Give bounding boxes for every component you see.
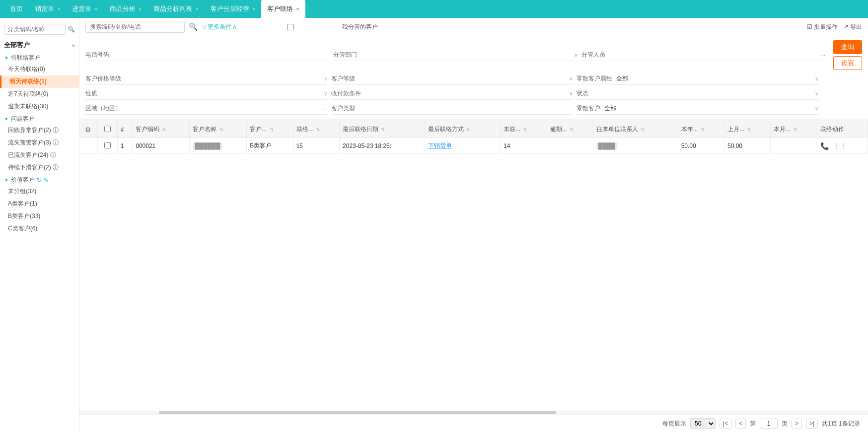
th-unit-contact[interactable]: 往来单位联系人 ⇅ <box>593 121 678 138</box>
sidebar-search-icon[interactable]: 🔍 <box>68 26 75 33</box>
close-purchase-icon[interactable]: × <box>94 6 97 12</box>
status-arrow[interactable]: ∨ <box>815 91 818 96</box>
sidebar-search-input[interactable] <box>4 24 66 35</box>
th-name[interactable]: 客户名称 ⇅ <box>190 121 247 138</box>
prev-page-btn[interactable]: < <box>735 419 746 429</box>
close-goods-list-icon[interactable]: × <box>195 6 198 12</box>
dept-arrow-icon[interactable]: ∨ <box>574 52 578 58</box>
th-last-way[interactable]: 最后联络方式 ⇅ <box>425 121 500 138</box>
sidebar-item-7days[interactable]: 近7天待联络(0) <box>0 88 79 100</box>
search-input[interactable] <box>85 21 185 33</box>
sidebar-group-pending[interactable]: ▼ 待联络客户 <box>0 52 79 63</box>
batch-op-label: 批量操作 <box>814 23 838 31</box>
close-sales-icon[interactable]: × <box>57 6 60 12</box>
nav-customer-tier[interactable]: 客户分层经营 × <box>205 0 261 18</box>
sidebar-item-declining[interactable]: 持续下滑客户(2) ⓘ <box>0 161 79 174</box>
retail-attr-arrow[interactable]: ∨ <box>815 76 818 81</box>
sidebar-item-ungroups[interactable]: 未分组(32) <box>0 185 79 198</box>
close-goods-analysis-icon[interactable]: × <box>139 6 142 12</box>
sidebar-group-problem[interactable]: ▼ 问题客户 <box>0 113 79 124</box>
th-uncontacted[interactable]: 未联... ⇅ <box>501 121 547 138</box>
td-checkbox[interactable] <box>97 138 117 154</box>
refresh-icon[interactable]: ↻ <box>37 177 42 184</box>
nav-purchase[interactable]: 进货单 × <box>66 0 103 18</box>
sidebar-item-c-class[interactable]: C类客户(6) <box>0 222 79 235</box>
customer-table: ⚙ # 客户编码 ⇅ 客户名称 ⇅ 客户... ⇅ 联络... ⇅ 最后联络日期… <box>79 121 868 154</box>
td-unit-contact: ████ <box>593 138 678 154</box>
area-dots-icon[interactable]: ··· <box>322 105 327 112</box>
th-last-month[interactable]: 上月... ⇅ <box>724 121 771 138</box>
top-nav: 首页 销货单 × 进货单 × 商品分析 × 商品分析列表 × 客户分层经营 × … <box>0 0 868 18</box>
export-btn[interactable]: ↗ 导出 <box>844 23 862 31</box>
sidebar-item-churn-warning[interactable]: 流失预警客户(3) ⓘ <box>0 137 79 149</box>
edit-icon[interactable]: ✎ <box>44 177 49 184</box>
td-contact: 15 <box>293 138 339 154</box>
first-page-btn[interactable]: |< <box>720 419 731 429</box>
sidebar-group-value[interactable]: ▼ 价值客户 ↻ ✎ <box>0 174 79 185</box>
my-customers-checkbox-label[interactable]: 我分管的客户 <box>241 23 378 31</box>
price-level-arrow[interactable]: ∨ <box>324 76 327 81</box>
sort-last-month-icon: ⇅ <box>747 127 751 132</box>
sidebar-item-b-class[interactable]: B类客户(33) <box>0 210 79 222</box>
nav-goods-analysis-list[interactable]: 商品分析列表 × <box>147 0 204 18</box>
retail-customer-arrow[interactable]: ∨ <box>815 106 818 111</box>
scrollbar-thumb[interactable] <box>159 411 556 414</box>
select-all-checkbox[interactable] <box>104 126 111 132</box>
action-phone-icon[interactable]: 📞 <box>820 142 829 150</box>
nature-label: 性质 <box>85 89 97 98</box>
collapse-icon[interactable]: « <box>72 42 75 48</box>
close-customer-contact-icon[interactable]: × <box>296 6 299 12</box>
query-btn[interactable]: 查询 <box>833 40 862 54</box>
all-customers-header[interactable]: 全部客户 « <box>0 39 79 52</box>
next-page-btn[interactable]: > <box>792 419 802 429</box>
search-icon[interactable]: 🔍 <box>189 22 198 31</box>
th-this-year[interactable]: 本年... ⇅ <box>678 121 724 138</box>
th-overdue[interactable]: 逾期... ⇅ <box>547 121 593 138</box>
th-type[interactable]: 客户... ⇅ <box>247 121 293 138</box>
nav-customer-contact[interactable]: 客户联络 × <box>261 0 305 18</box>
th-code[interactable]: 客户编码 ⇅ <box>133 121 190 138</box>
nav-home[interactable]: 首页 <box>4 0 29 18</box>
my-customers-checkbox[interactable] <box>241 24 340 30</box>
page-unit: 页 <box>782 420 788 428</box>
td-last-way[interactable]: 下销货单 <box>425 138 500 154</box>
tri-icon: ▼ <box>4 55 9 61</box>
row-checkbox[interactable] <box>104 142 111 148</box>
sidebar-item-tomorrow[interactable]: 明天待联络(1) <box>0 75 79 88</box>
th-last-date[interactable]: 最后联络日期 ⇅ <box>340 121 425 138</box>
page-size-select[interactable]: 10 20 50 100 <box>690 418 716 429</box>
nav-sales[interactable]: 销货单 × <box>29 0 66 18</box>
last-way-link[interactable]: 下销货单 <box>428 142 452 149</box>
settings-btn[interactable]: 设置 <box>833 56 862 70</box>
filter-customer-level: 客户等级 ∨ <box>331 73 573 85</box>
nav-goods-analysis[interactable]: 商品分析 × <box>104 0 147 18</box>
payment-arrow[interactable]: ∨ <box>569 91 573 96</box>
th-this-month[interactable]: 本月... ⇅ <box>771 121 817 138</box>
action-menu-icon[interactable]: ⋮⋮ <box>833 142 847 150</box>
last-page-btn[interactable]: >| <box>806 419 818 429</box>
main-layout: 🔍 全部客户 « ▼ 待联络客户 今天待联络(0) 明天待联络(1) 近7天待联… <box>0 18 868 432</box>
batch-op-btn[interactable]: ☑ 批量操作 <box>807 23 838 31</box>
table-scrollbar[interactable] <box>79 411 868 415</box>
sort-name-icon: ⇅ <box>219 127 223 132</box>
retail-attr-value[interactable]: 全部 <box>616 74 813 83</box>
sidebar-item-churned[interactable]: 已流失客户(24) ⓘ <box>0 149 79 161</box>
sidebar-item-repurchase-abnormal[interactable]: 回购异常客户(2) ⓘ <box>0 124 79 137</box>
th-checkbox[interactable] <box>97 121 117 138</box>
td-no: 1 <box>117 138 132 154</box>
customer-level-arrow[interactable]: ∨ <box>569 76 573 81</box>
td-type: B类客户 <box>247 138 293 154</box>
sidebar-item-overdue[interactable]: 逾期未联络(30) <box>0 100 79 113</box>
sort-this-month-icon: ⇅ <box>794 127 797 132</box>
sidebar-item-a-class[interactable]: A类客户(1) <box>0 198 79 210</box>
close-customer-tier-icon[interactable]: × <box>252 6 255 12</box>
th-gear[interactable]: ⚙ <box>79 121 97 138</box>
person-dots-icon[interactable]: ··· <box>820 52 825 59</box>
more-filter-btn[interactable]: ▽ 更多条件 ∧ <box>202 23 237 31</box>
sidebar-item-today[interactable]: 今天待联络(0) <box>0 63 79 75</box>
nature-arrow[interactable]: ∨ <box>324 91 327 96</box>
page-input[interactable] <box>760 419 778 429</box>
th-contact[interactable]: 联络... ⇅ <box>293 121 339 138</box>
sort-uncontacted-icon: ⇅ <box>523 127 527 132</box>
retail-customer-value[interactable]: 全部 <box>604 104 813 113</box>
